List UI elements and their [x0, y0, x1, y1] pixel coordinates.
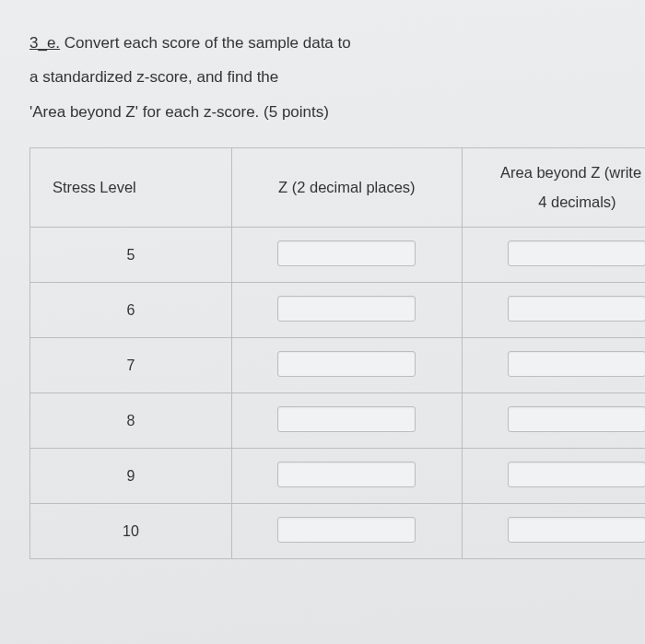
area-input-cell [462, 283, 645, 338]
z-input[interactable] [277, 296, 416, 322]
stress-value: 10 [30, 504, 232, 559]
stress-value: 7 [30, 338, 232, 393]
question-prompt: 3_e. Convert each score of the sample da… [29, 26, 645, 129]
zscore-table: Stress Level Z (2 decimal places) Area b… [29, 147, 645, 559]
area-input[interactable] [508, 240, 645, 266]
area-input[interactable] [508, 296, 645, 322]
z-input-cell [231, 338, 462, 393]
table-row: 9 [30, 449, 646, 504]
area-input[interactable] [508, 406, 645, 432]
area-input[interactable] [508, 462, 645, 487]
area-input-cell [462, 504, 645, 559]
prompt-line-2: a standardized z-score, and find the [29, 68, 278, 86]
z-input-cell [231, 393, 462, 449]
stress-value: 6 [30, 283, 232, 338]
stress-value: 8 [30, 393, 232, 449]
header-stress-level: Stress Level [30, 148, 232, 228]
header-z-score: Z (2 decimal places) [231, 148, 462, 228]
z-input[interactable] [277, 517, 416, 543]
z-input[interactable] [277, 351, 416, 377]
area-input-cell [462, 338, 645, 393]
area-input-cell [462, 393, 645, 449]
table-header-row: Stress Level Z (2 decimal places) Area b… [30, 148, 646, 228]
z-input-cell [231, 283, 462, 338]
area-input-cell [462, 449, 645, 504]
z-input-cell [231, 504, 462, 559]
stress-value: 5 [30, 228, 232, 283]
prompt-line-1: Convert each score of the sample data to [64, 34, 351, 52]
z-input[interactable] [277, 462, 416, 487]
area-input[interactable] [508, 517, 645, 543]
area-input-cell [462, 228, 645, 283]
z-input[interactable] [277, 240, 416, 266]
header-area-beyond-z: Area beyond Z (write a 4 decimals) [462, 148, 645, 228]
z-input[interactable] [277, 406, 416, 432]
worksheet-page: 3_e. Convert each score of the sample da… [0, 0, 645, 644]
area-input[interactable] [508, 351, 645, 377]
table-row: 7 [30, 338, 646, 393]
prompt-line-3: 'Area beyond Z' for each z-score. (5 poi… [29, 103, 329, 121]
table-row: 6 [30, 283, 646, 338]
z-input-cell [231, 228, 462, 283]
stress-value: 9 [30, 449, 232, 504]
question-number: 3_e. [29, 34, 60, 52]
table-row: 10 [30, 504, 646, 559]
z-input-cell [231, 449, 462, 504]
table-row: 8 [30, 393, 646, 449]
table-row: 5 [30, 228, 646, 283]
